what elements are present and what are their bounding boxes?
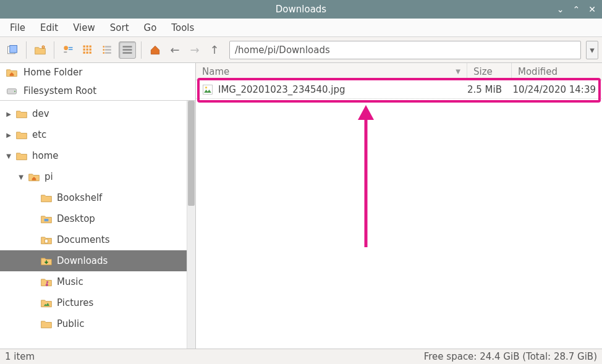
home-button[interactable] bbox=[146, 41, 164, 59]
path-text: /home/pi/Downloads bbox=[235, 44, 330, 56]
folder-downloads-icon bbox=[40, 255, 53, 267]
col-size[interactable]: Size bbox=[467, 63, 512, 80]
menu-go[interactable]: Go bbox=[138, 20, 163, 36]
places-panel: Home Folder Filesystem Root bbox=[0, 63, 195, 101]
tree-label: home bbox=[32, 150, 59, 161]
svg-rect-27 bbox=[45, 219, 49, 221]
tree-label: Documents bbox=[57, 234, 110, 245]
folder-desktop-icon bbox=[40, 213, 53, 225]
svg-rect-20 bbox=[103, 52, 105, 54]
thumb-view-icon bbox=[81, 44, 95, 56]
sort-indicator-icon: ▼ bbox=[456, 68, 460, 75]
window-title: Downloads bbox=[276, 4, 326, 15]
expand-icon[interactable]: ▶ bbox=[4, 111, 14, 117]
tree-item-pi[interactable]: ▼ pi bbox=[0, 166, 187, 187]
svg-rect-28 bbox=[45, 239, 48, 243]
file-modified: 10/24/2020 14:39 bbox=[508, 84, 598, 95]
menu-tools[interactable]: Tools bbox=[165, 20, 200, 36]
view-compact-button[interactable] bbox=[99, 41, 116, 59]
tree-item-desktop[interactable]: Desktop bbox=[0, 208, 187, 229]
tree-item-public[interactable]: Public bbox=[0, 313, 187, 334]
separator bbox=[26, 41, 27, 59]
tree-item-etc[interactable]: ▶ etc bbox=[0, 124, 187, 145]
place-home-folder[interactable]: Home Folder bbox=[0, 63, 195, 82]
new-folder-button[interactable] bbox=[32, 41, 49, 59]
tree-label: Bookshelf bbox=[57, 192, 102, 203]
svg-rect-13 bbox=[83, 51, 85, 53]
image-file-icon bbox=[201, 83, 214, 96]
tree-item-downloads[interactable]: Downloads bbox=[0, 250, 187, 271]
title-bar: Downloads ⌄ ⌃ ✕ bbox=[0, 0, 602, 19]
compact-view-icon bbox=[101, 44, 114, 56]
window-close-button[interactable]: ✕ bbox=[588, 4, 596, 14]
collapse-icon[interactable]: ▼ bbox=[16, 174, 26, 180]
tree-label: dev bbox=[32, 108, 49, 119]
svg-rect-21 bbox=[105, 52, 111, 54]
folder-icon bbox=[40, 318, 53, 330]
path-input[interactable]: /home/pi/Downloads bbox=[229, 41, 581, 59]
expand-icon[interactable]: ▶ bbox=[4, 132, 14, 138]
tree-item-documents[interactable]: Documents bbox=[0, 229, 187, 250]
tree-label: Desktop bbox=[57, 213, 95, 224]
tree-item-pictures[interactable]: Pictures bbox=[0, 292, 187, 313]
place-label: Filesystem Root bbox=[23, 85, 96, 96]
svg-rect-15 bbox=[90, 51, 91, 53]
col-name[interactable]: Name ▼ bbox=[196, 63, 467, 80]
svg-rect-19 bbox=[105, 49, 111, 51]
arrow-right-icon: → bbox=[190, 43, 199, 56]
tree-label: pi bbox=[45, 171, 53, 182]
menu-edit[interactable]: Edit bbox=[34, 20, 64, 36]
window-maximize-button[interactable]: ⌃ bbox=[573, 4, 580, 14]
place-filesystem-root[interactable]: Filesystem Root bbox=[0, 82, 195, 100]
svg-rect-22 bbox=[123, 46, 132, 48]
sidebar-scrollbar[interactable] bbox=[187, 101, 195, 349]
drive-icon bbox=[5, 85, 19, 97]
svg-rect-1 bbox=[10, 45, 17, 53]
nav-back-button[interactable]: ← bbox=[166, 41, 184, 59]
icon-view-icon bbox=[61, 44, 75, 56]
view-thumb-button[interactable] bbox=[79, 41, 96, 59]
col-modified[interactable]: Modified bbox=[512, 63, 602, 80]
tree-item-music[interactable]: Music bbox=[0, 271, 187, 292]
folder-pictures-icon bbox=[40, 297, 53, 309]
folder-documents-icon bbox=[40, 234, 53, 246]
view-icons-button[interactable] bbox=[59, 41, 77, 59]
annotation-arrow-icon bbox=[350, 105, 381, 253]
svg-marker-32 bbox=[358, 105, 374, 120]
arrow-left-icon: ← bbox=[170, 43, 179, 56]
nav-forward-button[interactable]: → bbox=[186, 41, 203, 59]
col-label: Modified bbox=[518, 66, 557, 77]
menu-file[interactable]: File bbox=[4, 20, 32, 36]
file-row[interactable]: IMG_20201023_234540.jpg 2.5 MiB 10/24/20… bbox=[196, 80, 602, 99]
menu-sort[interactable]: Sort bbox=[104, 20, 135, 36]
collapse-icon[interactable]: ▼ bbox=[4, 153, 14, 159]
path-dropdown-button[interactable]: ▾ bbox=[586, 41, 598, 59]
svg-point-26 bbox=[14, 91, 15, 92]
svg-rect-9 bbox=[90, 45, 91, 47]
svg-rect-17 bbox=[105, 46, 111, 48]
svg-rect-6 bbox=[64, 51, 67, 53]
svg-point-3 bbox=[64, 46, 68, 50]
svg-rect-4 bbox=[69, 47, 73, 48]
svg-rect-8 bbox=[87, 45, 88, 47]
col-label: Name bbox=[202, 66, 229, 77]
toolbar: ← → ↑ /home/pi/Downloads ▾ bbox=[0, 37, 602, 63]
file-list[interactable]: IMG_20201023_234540.jpg 2.5 MiB 10/24/20… bbox=[196, 80, 602, 349]
tree-item-dev[interactable]: ▶ dev bbox=[0, 103, 187, 124]
new-tab-button[interactable] bbox=[4, 41, 21, 59]
folder-icon bbox=[15, 150, 28, 162]
arrow-up-icon: ↑ bbox=[210, 43, 219, 56]
detail-view-icon bbox=[121, 44, 134, 56]
svg-rect-12 bbox=[90, 48, 91, 50]
tree-label: Public bbox=[57, 318, 84, 329]
scrollbar-thumb[interactable] bbox=[188, 101, 195, 206]
window-minimize-button[interactable]: ⌄ bbox=[557, 4, 564, 14]
menu-view[interactable]: View bbox=[67, 20, 101, 36]
folder-icon bbox=[15, 129, 28, 141]
svg-rect-23 bbox=[123, 49, 132, 51]
col-label: Size bbox=[473, 66, 493, 77]
view-detail-button[interactable] bbox=[119, 41, 136, 59]
tree-item-bookshelf[interactable]: Bookshelf bbox=[0, 187, 187, 208]
tree-item-home[interactable]: ▼ home bbox=[0, 145, 187, 166]
nav-up-button[interactable]: ↑ bbox=[206, 41, 223, 59]
